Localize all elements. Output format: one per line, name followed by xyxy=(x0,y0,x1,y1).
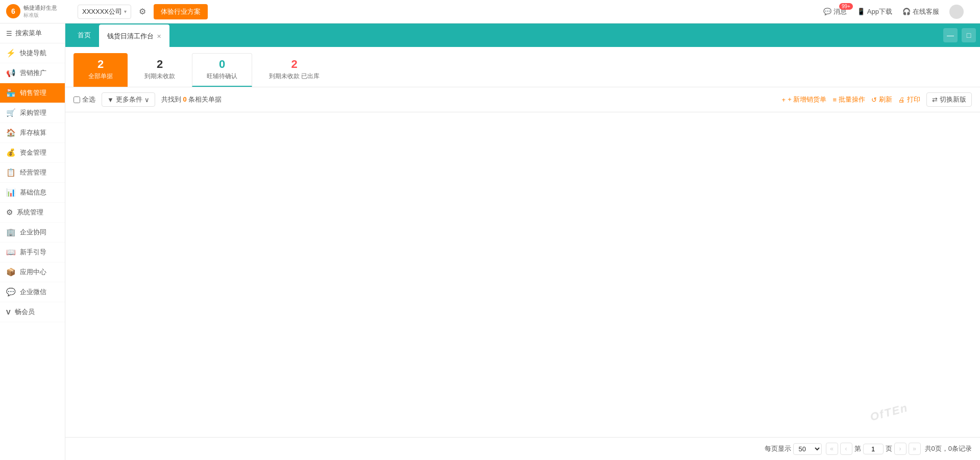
page-input[interactable] xyxy=(863,444,884,454)
tab-minimize-button[interactable]: — xyxy=(943,28,958,42)
inventory-icon: 🏠 xyxy=(6,128,16,137)
per-page-select[interactable]: 50 100 200 xyxy=(793,443,822,455)
first-page-button[interactable]: « xyxy=(826,443,838,455)
page-nav: « ‹ 第 页 › » xyxy=(826,443,921,455)
basic-info-icon: 📊 xyxy=(6,188,16,197)
stat-tabs: 2 全部单据 2 到期未收款 0 旺辅待确认 2 到期未收款 已出库 xyxy=(65,47,980,87)
select-all-checkbox[interactable]: 全选 xyxy=(74,95,95,104)
finance-icon: 💰 xyxy=(6,148,16,157)
marketing-icon: 📢 xyxy=(6,68,16,78)
stat-tab-overdue-shipped[interactable]: 2 到期未收款 已出库 xyxy=(254,53,334,87)
sidebar-item-label: 库存核算 xyxy=(20,128,46,137)
company-name: XXXXXX公司 xyxy=(82,7,122,16)
pagination-bar: 每页显示 50 100 200 « ‹ 第 页 › » 共0页，0条记录 xyxy=(65,437,980,460)
top-header: 6 畅捷通好生意 标准版 XXXXXX公司 ▾ ⚙ 体验行业方案 💬 消息 99… xyxy=(0,0,980,23)
sidebar-item-app-center[interactable]: 📦 应用中心 xyxy=(0,262,65,282)
filter-icon: ▼ xyxy=(107,96,114,104)
switch-icon: ⇄ xyxy=(932,96,938,104)
settings-button[interactable]: ⚙ xyxy=(135,5,150,19)
avatar[interactable] xyxy=(949,5,964,19)
sidebar-item-member[interactable]: V 畅会员 xyxy=(0,302,65,322)
app-version: 标准版 xyxy=(23,12,57,19)
sidebar-item-basic-info[interactable]: 📊 基础信息 xyxy=(0,183,65,203)
prev-page-button[interactable]: ‹ xyxy=(840,443,852,455)
app-download-button[interactable]: 📱 App下载 xyxy=(857,7,892,16)
select-all-input[interactable] xyxy=(74,96,80,103)
toolbar: 全选 ▼ 更多条件 ∨ 共找到 0 条相关单据 + + 新增销货单 ≡ 批量操作… xyxy=(65,87,980,112)
service-icon: 🎧 xyxy=(902,8,911,15)
total-label: 共0页，0条记录 xyxy=(925,444,972,453)
search-icon: ☰ xyxy=(6,30,12,37)
member-icon: V xyxy=(6,308,11,316)
stat-overdue-shipped-count: 2 xyxy=(291,58,298,71)
switch-version-button[interactable]: ⇄ 切换新版 xyxy=(926,92,972,107)
sidebar-item-wechat[interactable]: 💬 企业微信 xyxy=(0,282,65,302)
tab-maximize-button[interactable]: □ xyxy=(962,28,976,42)
sidebar-item-finance[interactable]: 💰 资金管理 xyxy=(0,143,65,163)
page-suffix-label: 页 xyxy=(886,444,892,453)
next-page-button[interactable]: › xyxy=(894,443,906,455)
sidebar-item-inventory[interactable]: 🏠 库存核算 xyxy=(0,123,65,143)
refresh-icon: ↺ xyxy=(871,96,877,104)
sales-icon: 🏪 xyxy=(6,88,16,98)
message-button[interactable]: 💬 消息 99+ xyxy=(823,7,847,16)
sidebar-item-marketing[interactable]: 📢 营销推广 xyxy=(0,63,65,83)
stat-all-count: 2 xyxy=(97,58,104,71)
stat-tab-wangwang[interactable]: 0 旺辅待确认 xyxy=(192,53,252,87)
sidebar-item-quick-nav[interactable]: ⚡ 快捷导航 xyxy=(0,43,65,63)
add-sales-order-button[interactable]: + + 新增销货单 xyxy=(782,95,827,104)
company-selector[interactable]: XXXXXX公司 ▾ xyxy=(78,5,131,19)
sidebar-item-purchase[interactable]: 🛒 采购管理 xyxy=(0,103,65,123)
sidebar-item-label: 企业微信 xyxy=(20,287,46,297)
main-content: 2 全部单据 2 到期未收款 0 旺辅待确认 2 到期未收款 已出库 全选 ▼ … xyxy=(65,47,980,460)
guide-icon: 📖 xyxy=(6,248,16,257)
sidebar-item-enterprise[interactable]: 🏢 企业协同 xyxy=(0,223,65,243)
stat-overdue-label: 到期未收款 xyxy=(144,72,175,81)
table-area xyxy=(65,112,980,437)
sidebar-item-label: 基础信息 xyxy=(20,188,46,197)
sidebar-item-operations[interactable]: 📋 经营管理 xyxy=(0,163,65,183)
sidebar-item-system[interactable]: ⚙ 系统管理 xyxy=(0,203,65,223)
stat-tab-overdue[interactable]: 2 到期未收款 xyxy=(130,53,190,87)
search-label: 搜索菜单 xyxy=(15,29,42,38)
sidebar-item-sales[interactable]: 🏪 销售管理 xyxy=(0,83,65,103)
found-text: 共找到 0 条相关单据 xyxy=(161,95,222,104)
select-all-label: 全选 xyxy=(82,95,95,104)
sidebar-item-label: 畅会员 xyxy=(15,307,35,317)
wechat-icon: 💬 xyxy=(6,287,16,297)
tab-home[interactable]: 首页 xyxy=(69,23,99,47)
sidebar-item-label: 营销推广 xyxy=(20,68,46,78)
chevron-down-icon: ▾ xyxy=(124,9,127,14)
found-count: 0 xyxy=(183,95,187,103)
refresh-button[interactable]: ↺ 刷新 xyxy=(871,95,892,104)
tab-workbench-label: 钱货日清工作台 xyxy=(107,32,154,41)
maximize-icon: □ xyxy=(967,31,971,39)
sidebar-search[interactable]: ☰ 搜索菜单 xyxy=(0,23,65,43)
sidebar-item-guide[interactable]: 📖 新手引导 xyxy=(0,243,65,262)
filter-button[interactable]: ▼ 更多条件 ∨ xyxy=(102,92,155,107)
batch-operation-button[interactable]: ≡ 批量操作 xyxy=(832,95,865,104)
print-button[interactable]: 🖨 打印 xyxy=(898,95,920,104)
tab-close-button[interactable]: ✕ xyxy=(157,33,161,40)
sidebar-item-label: 新手引导 xyxy=(20,248,46,257)
purchase-icon: 🛒 xyxy=(6,108,16,117)
stat-all-label: 全部单据 xyxy=(88,72,113,81)
sidebar-item-label: 应用中心 xyxy=(20,268,46,277)
online-service-button[interactable]: 🎧 在线客服 xyxy=(902,7,939,16)
minimize-icon: — xyxy=(947,31,954,39)
system-icon: ⚙ xyxy=(6,208,13,217)
plus-icon: + xyxy=(782,96,786,104)
stat-overdue-shipped-label1: 到期未收款 已出库 xyxy=(269,72,320,81)
tab-workbench[interactable]: 钱货日清工作台 ✕ xyxy=(99,25,169,48)
sidebar-item-label: 系统管理 xyxy=(17,208,43,217)
stat-tab-all[interactable]: 2 全部单据 xyxy=(74,53,128,87)
tabs-right-actions: — □ xyxy=(943,28,976,42)
last-page-button[interactable]: » xyxy=(909,443,921,455)
page-size-selector: 每页显示 50 100 200 xyxy=(765,443,822,455)
sidebar-item-label: 企业协同 xyxy=(20,228,46,237)
page-prefix-label: 第 xyxy=(854,444,861,453)
sidebar-item-label: 销售管理 xyxy=(20,88,46,98)
trial-button[interactable]: 体验行业方案 xyxy=(154,4,208,19)
sidebar-item-label: 资金管理 xyxy=(20,148,46,157)
batch-icon: ≡ xyxy=(832,96,837,104)
